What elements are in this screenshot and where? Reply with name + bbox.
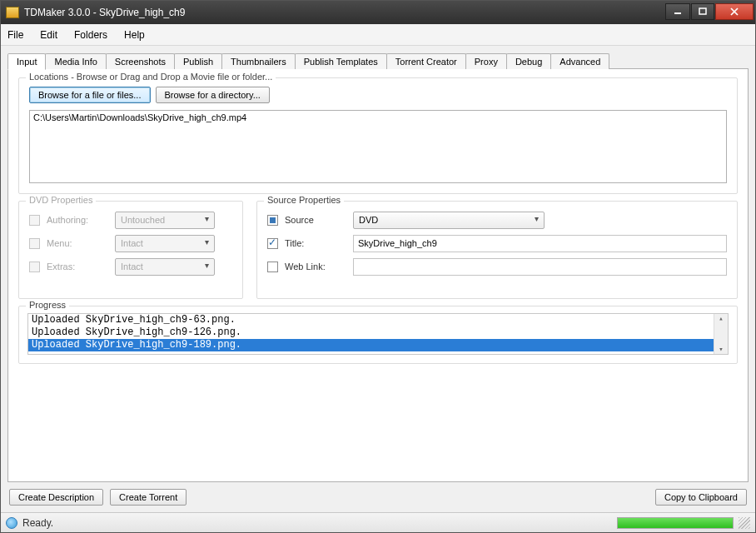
progress-line[interactable]: Uploaded SkyDrive_high_ch9-126.png.: [28, 326, 714, 339]
progress-scrollbar[interactable]: ▴ ▾: [714, 314, 728, 354]
app-window: TDMaker 3.0.0 - SkyDrive_high_ch9 File E…: [0, 0, 756, 533]
tab-proxy[interactable]: Proxy: [465, 53, 507, 69]
extras-label: Extras:: [47, 262, 108, 271]
tab-debug[interactable]: Debug: [506, 53, 551, 69]
file-list-item[interactable]: C:\Users\Martin\Downloads\SkyDrive_high_…: [33, 112, 723, 122]
locations-legend: Locations - Browse or Drag and Drop a Mo…: [26, 72, 276, 82]
close-button[interactable]: [715, 3, 754, 20]
browse-directory-button[interactable]: Browse for a directory...: [156, 87, 270, 103]
source-legend: Source Properties: [264, 195, 344, 205]
source-properties-group: Source Properties Source DVD Title: SkyD…: [256, 201, 738, 299]
scroll-down-icon[interactable]: ▾: [719, 345, 723, 354]
tab-publish[interactable]: Publish: [174, 53, 222, 69]
tab-content-input: Locations - Browse or Drag and Drop a Mo…: [7, 68, 749, 482]
menu-label: Menu:: [47, 238, 108, 248]
extras-checkbox: [29, 262, 40, 272]
tab-thumbnailers[interactable]: Thumbnailers: [221, 53, 296, 69]
source-label: Source: [285, 215, 346, 225]
dvd-legend: DVD Properties: [26, 195, 96, 205]
tab-screenshots[interactable]: Screenshots: [106, 53, 175, 69]
authoring-select: Untouched: [115, 212, 215, 229]
window-buttons: [664, 3, 754, 22]
file-list[interactable]: C:\Users\Martin\Downloads\SkyDrive_high_…: [29, 110, 727, 183]
title-input[interactable]: SkyDrive_high_ch9: [353, 235, 727, 252]
status-progressbar: [617, 517, 734, 529]
menubar: File Edit Folders Help: [1, 24, 755, 46]
window-title: TDMaker 3.0.0 - SkyDrive_high_ch9: [24, 7, 664, 18]
status-text: Ready.: [22, 517, 53, 529]
tab-publish-templates[interactable]: Publish Templates: [295, 53, 387, 69]
copy-clipboard-button[interactable]: Copy to Clipboard: [655, 489, 747, 506]
browse-files-button[interactable]: Browse for a file or files...: [29, 87, 151, 103]
menu-select: Intact: [115, 235, 215, 252]
menu-checkbox: [29, 238, 40, 249]
locations-group: Locations - Browse or Drag and Drop a Mo…: [18, 77, 738, 194]
svg-rect-1: [699, 8, 706, 14]
extras-select: Intact: [115, 258, 215, 276]
create-description-button[interactable]: Create Description: [9, 489, 103, 506]
status-icon: [6, 517, 17, 529]
source-checkbox[interactable]: [267, 215, 278, 226]
progress-line[interactable]: Uploaded SkyDrive_high_ch9-63.png.: [28, 314, 714, 326]
menu-folders[interactable]: Folders: [74, 29, 107, 41]
menu-help[interactable]: Help: [124, 29, 145, 41]
tab-input[interactable]: Input: [7, 53, 46, 70]
weblink-label: Web Link:: [285, 262, 346, 271]
bottom-toolbar: Create Description Create Torrent Copy t…: [1, 482, 755, 512]
minimize-button[interactable]: [665, 3, 690, 20]
authoring-checkbox: [29, 215, 40, 226]
title-label: Title:: [285, 238, 346, 248]
maximize-button[interactable]: [691, 3, 714, 20]
tab-media-info[interactable]: Media Info: [45, 53, 106, 69]
progress-line-selected[interactable]: Uploaded SkyDrive_high_ch9-189.png.: [28, 339, 714, 351]
progress-legend: Progress: [26, 300, 69, 310]
scroll-up-icon[interactable]: ▴: [719, 314, 723, 323]
authoring-label: Authoring:: [47, 215, 108, 225]
progress-list[interactable]: Uploaded SkyDrive_high_ch9-63.png. Uploa…: [27, 313, 729, 355]
tab-advanced[interactable]: Advanced: [550, 53, 609, 69]
menu-edit[interactable]: Edit: [40, 29, 57, 41]
title-checkbox[interactable]: [267, 238, 278, 249]
weblink-input[interactable]: [353, 258, 727, 276]
menu-file[interactable]: File: [7, 29, 23, 41]
titlebar[interactable]: TDMaker 3.0.0 - SkyDrive_high_ch9: [1, 1, 755, 24]
weblink-checkbox[interactable]: [267, 262, 278, 272]
tab-torrent-creator[interactable]: Torrent Creator: [386, 53, 466, 69]
create-torrent-button[interactable]: Create Torrent: [110, 489, 187, 506]
resize-grip-icon[interactable]: [739, 517, 750, 529]
client-area: Input Media Info Screenshots Publish Thu…: [1, 46, 755, 482]
source-select[interactable]: DVD: [353, 212, 545, 229]
tab-strip: Input Media Info Screenshots Publish Thu…: [7, 51, 749, 69]
dvd-properties-group: DVD Properties Authoring: Untouched Menu…: [18, 201, 243, 299]
statusbar: Ready.: [1, 512, 755, 532]
progress-group: Progress Uploaded SkyDrive_high_ch9-63.p…: [18, 306, 738, 364]
app-icon: [6, 7, 19, 18]
